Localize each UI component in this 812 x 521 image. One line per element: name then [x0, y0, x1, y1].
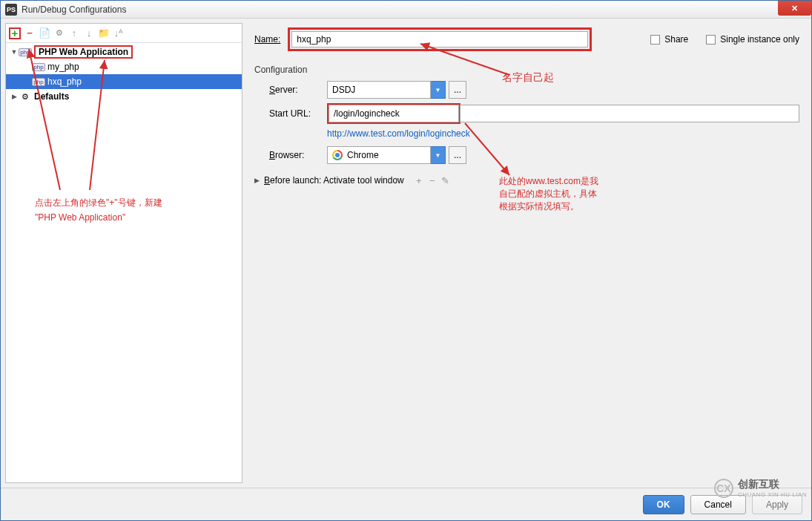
name-label: Name:	[254, 34, 280, 45]
window-title: Run/Debug Configurations	[22, 4, 126, 15]
add-config-icon[interactable]: +	[9, 27, 21, 39]
dropdown-icon[interactable]: ▼	[431, 146, 446, 164]
php-item-icon: php	[33, 62, 44, 72]
dropdown-icon[interactable]: ▼	[431, 81, 446, 99]
defaults-icon: ⚙	[19, 91, 31, 102]
browser-select[interactable]: Chrome	[327, 146, 431, 164]
annotation-plus: 点击左上角的绿色"+"号键，新建 "PHP Web Application"	[35, 195, 162, 224]
expand-icon[interactable]: ▶	[254, 177, 260, 184]
server-browse-button[interactable]: ...	[449, 81, 466, 99]
browser-label: Browser:	[269, 150, 327, 160]
before-add-icon[interactable]: +	[413, 174, 425, 186]
tree-node-php-web-app[interactable]: ▼ php PHP Web Application	[6, 45, 242, 59]
php-item-icon: php	[33, 76, 44, 87]
chrome-icon	[332, 150, 343, 160]
move-down-icon[interactable]: ↓	[83, 27, 95, 39]
before-remove-icon[interactable]: −	[426, 174, 438, 186]
expand-icon[interactable]: ▶	[9, 93, 19, 100]
edit-config-icon[interactable]	[53, 27, 65, 39]
annotation-host: 此处的www.test.com是我 自已配的虚拟主机，具体 根据实际情况填写。	[499, 175, 598, 212]
tree-node-hxq-php[interactable]: php hxq_php	[6, 74, 242, 89]
resolved-url: http://www.test.com/login/logincheck	[327, 128, 799, 139]
before-edit-icon[interactable]: ✎	[440, 174, 452, 186]
tree-node-my-php[interactable]: php my_php	[6, 59, 242, 74]
titlebar: PS Run/Debug Configurations ✕	[1, 1, 811, 19]
share-checkbox[interactable]: Share	[650, 34, 688, 45]
name-input[interactable]	[291, 31, 588, 47]
config-editor-panel: Name: Share Single instance only Configu…	[242, 23, 807, 483]
tree-toolbar: + − 📄 ↑ ↓ 📁 ↓ᴬ	[6, 24, 242, 43]
start-url-label: Start URL:	[269, 108, 327, 119]
server-label: Server:	[269, 85, 327, 95]
checkbox-icon	[706, 35, 716, 45]
dialog-window: PS Run/Debug Configurations ✕ + − 📄 ↑ ↓ …	[0, 0, 812, 521]
server-value: DSDJ	[332, 85, 355, 95]
server-select[interactable]: DSDJ	[327, 81, 431, 99]
checkbox-icon	[650, 35, 660, 45]
start-url-input-ext[interactable]	[460, 105, 799, 122]
config-tree-panel: + − 📄 ↑ ↓ 📁 ↓ᴬ ▼ php PHP Web Application	[5, 23, 242, 483]
expand-icon[interactable]: ▼	[9, 48, 19, 56]
watermark: CX 创新互联 CHUANG XIN HU LIAN	[714, 478, 807, 498]
single-instance-checkbox[interactable]: Single instance only	[706, 34, 799, 45]
annotation-name: 名字自己起	[502, 71, 554, 85]
tree-label: PHP Web Application	[34, 45, 133, 59]
sort-icon[interactable]: ↓ᴬ	[113, 27, 125, 39]
tree-label: hxq_php	[47, 76, 82, 87]
remove-config-icon[interactable]: −	[24, 27, 36, 39]
share-label: Share	[664, 34, 688, 45]
before-launch-label: Before launch: Activate tool window	[264, 175, 404, 186]
dialog-footer: OK Cancel Apply	[1, 488, 811, 520]
app-icon: PS	[5, 4, 17, 16]
tree-node-defaults[interactable]: ▶ ⚙ Defaults	[6, 89, 242, 104]
config-tree: ▼ php PHP Web Application php my_php php…	[6, 43, 242, 482]
watermark-logo-icon: CX	[714, 479, 733, 498]
tree-label: Defaults	[34, 91, 69, 102]
close-button[interactable]: ✕	[778, 1, 811, 16]
single-instance-label: Single instance only	[720, 34, 799, 45]
browser-browse-button[interactable]: ...	[449, 146, 466, 164]
folder-icon[interactable]: 📁	[98, 27, 110, 39]
browser-value: Chrome	[347, 150, 379, 160]
php-type-icon: php	[19, 47, 31, 57]
copy-config-icon[interactable]: 📄	[39, 27, 50, 39]
start-url-input[interactable]	[329, 105, 459, 122]
ok-button[interactable]: OK	[643, 495, 684, 514]
move-up-icon[interactable]: ↑	[68, 27, 80, 39]
tree-label: my_php	[47, 62, 79, 72]
